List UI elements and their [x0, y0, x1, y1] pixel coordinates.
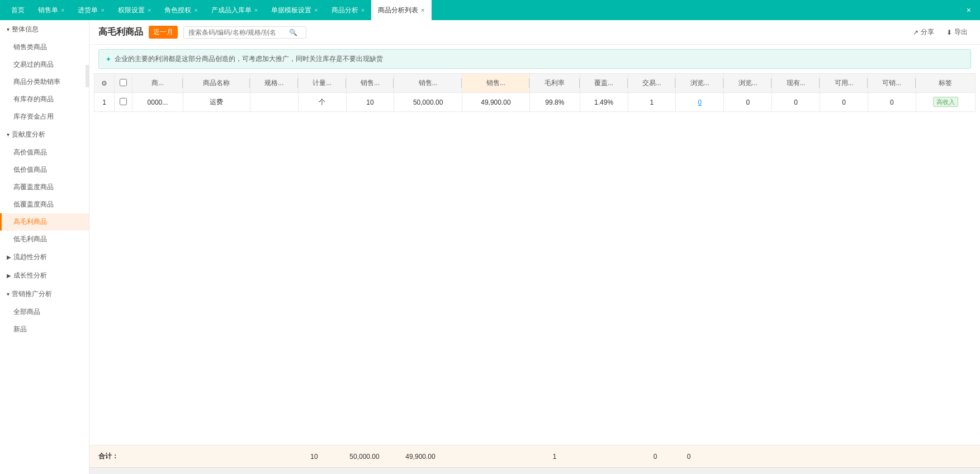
cell-browse2: 0 [724, 93, 772, 112]
nav-tab-home[interactable]: 首页 [4, 0, 31, 20]
sidebar-item-high-value[interactable]: 高价值商品 [0, 144, 89, 161]
date-filter-button[interactable]: 近一月 [149, 26, 178, 39]
table-header-row: ⚙ 商... 商品名称 规格... 计量... 销售... 销售... 销售..… [94, 74, 976, 93]
close-analysis-list-tab[interactable]: × [421, 7, 424, 13]
cell-num: 1 [94, 93, 115, 112]
cell-tag: 高收入 [916, 93, 975, 112]
sidebar: « ▾ 整体信息 销售类商品 交易过的商品 商品分类助销率 有库存的商品 库存资… [0, 20, 89, 474]
cell-browse1[interactable]: 0 [676, 93, 724, 112]
footer-sales-qty: 10 [292, 453, 337, 461]
sidebar-item-all-goods[interactable]: 全部商品 [0, 303, 89, 321]
col-name: 商品名称 [183, 74, 250, 93]
search-icon[interactable]: 🔍 [289, 29, 297, 36]
sidebar-group-contribution[interactable]: ▾ 贡献度分析 [0, 125, 89, 144]
share-button[interactable]: ↗ 分享 [910, 26, 938, 39]
horizontal-scrollbar[interactable] [89, 467, 980, 474]
sidebar-group-overall[interactable]: ▾ 整体信息 [0, 20, 89, 39]
sidebar-group-growth[interactable]: ▶ 成长性分析 [0, 266, 89, 285]
cell-coverage: 1.49% [580, 93, 628, 112]
close-production-tab[interactable]: × [254, 7, 258, 13]
cell-sales-cost: 49,900.00 [462, 93, 529, 112]
footer-available-stock: 0 [672, 453, 706, 461]
col-coverage: 覆盖... [580, 74, 628, 93]
footer-sales-amount: 50,000.00 [337, 453, 392, 461]
sidebar-item-low-margin[interactable]: 低毛利商品 [0, 231, 89, 248]
footer-trade: 1 [538, 453, 571, 461]
close-roles-tab[interactable]: × [194, 7, 197, 13]
search-input[interactable] [188, 29, 289, 36]
close-template-tab[interactable]: × [314, 7, 318, 13]
arrow-icon-4: ▶ [7, 273, 11, 279]
nav-tab-template[interactable]: 单据模板设置 × [264, 0, 324, 20]
row-checkbox[interactable] [120, 98, 127, 105]
nav-tab-roles[interactable]: 角色授权 × [158, 0, 204, 20]
arrow-icon-2: ▾ [7, 132, 10, 138]
content-header: 高毛利商品 近一月 🔍 ↗ 分享 ⬇ 导出 [89, 20, 980, 45]
sidebar-item-low-value[interactable]: 低价值商品 [0, 161, 89, 179]
sidebar-item-stock-capital[interactable]: 库存资金占用 [0, 108, 89, 125]
cell-checkbox[interactable] [115, 93, 132, 112]
table-row: 1 0000... 运费 个 10 50,000.00 49,900.00 99… [94, 93, 976, 112]
close-permissions-tab[interactable]: × [148, 7, 151, 13]
nav-tab-permissions[interactable]: 权限设置 × [111, 0, 158, 20]
sidebar-group-trend[interactable]: ▶ 流趋性分析 [0, 248, 89, 266]
select-all-checkbox[interactable] [120, 79, 127, 86]
sidebar-group-marketing[interactable]: ▾ 营销推广分析 [0, 285, 89, 303]
table-container: ⚙ 商... 商品名称 规格... 计量... 销售... 销售... 销售..… [89, 73, 980, 445]
main-layout: « ▾ 整体信息 销售类商品 交易过的商品 商品分类助销率 有库存的商品 库存资… [0, 20, 980, 474]
close-all-tabs[interactable]: × [962, 6, 976, 15]
data-table: ⚙ 商... 商品名称 规格... 计量... 销售... 销售... 销售..… [94, 73, 976, 112]
sidebar-item-high-margin[interactable]: 高毛利商品 [0, 213, 89, 231]
nav-tab-analysis[interactable]: 商品分析 × [325, 0, 371, 20]
sidebar-item-new-goods[interactable]: 新品 [0, 321, 89, 338]
cell-spec [250, 93, 298, 112]
col-settings[interactable]: ⚙ [94, 74, 115, 93]
col-checkbox[interactable] [115, 74, 132, 93]
col-tag: 标签 [916, 74, 975, 93]
nav-tab-analysis-list[interactable]: 商品分析列表 × [371, 0, 431, 20]
top-nav: 首页 销售单 × 进货单 × 权限设置 × 角色授权 × 产成品入库单 × 单据… [0, 0, 980, 20]
col-available-stock: 可用... [820, 74, 868, 93]
footer-empty4 [605, 453, 638, 461]
col-unit: 计量... [298, 74, 346, 93]
col-salable-stock: 可销... [868, 74, 916, 93]
export-button[interactable]: ⬇ 导出 [943, 26, 971, 39]
sidebar-item-high-coverage[interactable]: 高覆盖度商品 [0, 179, 89, 196]
col-current-stock: 现有... [772, 74, 820, 93]
cell-salable-stock: 0 [868, 93, 916, 112]
col-trade: 交易... [628, 74, 676, 93]
arrow-icon: ▾ [7, 26, 10, 32]
info-icon: ✦ [106, 55, 111, 63]
sidebar-item-in-stock[interactable]: 有库存的商品 [0, 91, 89, 108]
footer-empty2 [493, 453, 538, 461]
content-area: 高毛利商品 近一月 🔍 ↗ 分享 ⬇ 导出 ✦ 企业的主要的利润都是这部分商品创… [89, 20, 980, 474]
sidebar-item-low-coverage[interactable]: 低覆盖度商品 [0, 196, 89, 213]
col-sales-cost: 销售... [462, 74, 529, 93]
cell-code: 0000... [132, 93, 183, 112]
sidebar-item-sales-goods[interactable]: 销售类商品 [0, 39, 89, 56]
arrow-icon-5: ▾ [7, 291, 10, 297]
footer-current-stock: 0 [638, 453, 672, 461]
footer-empty3 [571, 453, 605, 461]
cell-margin-rate: 99.8% [530, 93, 580, 112]
nav-tab-production[interactable]: 产成品入库单 × [205, 0, 264, 20]
export-icon: ⬇ [946, 29, 952, 36]
search-box: 🔍 [183, 26, 306, 39]
col-sales-qty: 销售... [346, 74, 394, 93]
close-analysis-tab[interactable]: × [361, 7, 364, 13]
cell-current-stock: 0 [772, 93, 820, 112]
col-margin-rate: 毛利率 [530, 74, 580, 93]
col-sales-amount: 销售... [394, 74, 462, 93]
nav-tab-purchase[interactable]: 进货单 × [71, 0, 111, 20]
sidebar-collapse-btn[interactable]: « [86, 65, 89, 87]
info-banner: ✦ 企业的主要的利润都是这部分商品创造的，可考虑加大推广，同时关注库存是不要出现… [98, 49, 971, 69]
nav-tab-sales[interactable]: 销售单 × [31, 0, 71, 20]
cell-sales-amount: 50,000.00 [394, 93, 462, 112]
close-sales-tab[interactable]: × [61, 7, 64, 13]
sidebar-item-category-rate[interactable]: 商品分类助销率 [0, 73, 89, 91]
share-icon: ↗ [913, 29, 919, 36]
cell-sales-qty: 10 [346, 93, 394, 112]
cell-available-stock: 0 [820, 93, 868, 112]
close-purchase-tab[interactable]: × [101, 7, 104, 13]
sidebar-item-traded-goods[interactable]: 交易过的商品 [0, 56, 89, 73]
